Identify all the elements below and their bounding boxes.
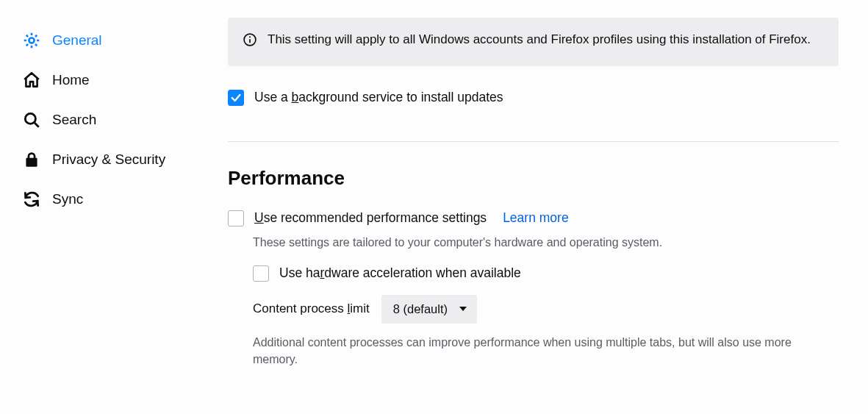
- section-divider: [228, 141, 839, 142]
- content-process-limit-label: Content process limit: [253, 301, 370, 316]
- sidebar-item-label: Home: [52, 72, 90, 88]
- sidebar-item-label: Search: [52, 112, 96, 128]
- svg-point-5: [249, 36, 251, 38]
- sidebar-item-general[interactable]: General: [13, 21, 193, 60]
- limit-caption: Additional content processes can improve…: [228, 334, 839, 368]
- option-recommended-settings[interactable]: Use recommended performance settings Lea…: [228, 210, 839, 226]
- settings-sidebar: General Home Search Privacy & Security: [0, 0, 206, 414]
- option-background-service[interactable]: Use a background service to install upda…: [228, 90, 839, 106]
- svg-point-0: [29, 38, 34, 43]
- option-label: Use a background service to install upda…: [254, 90, 503, 105]
- sidebar-item-label: Sync: [52, 191, 83, 207]
- learn-more-link[interactable]: Learn more: [503, 210, 569, 226]
- option-label: Use recommended performance settings: [254, 210, 487, 226]
- home-icon: [22, 71, 41, 90]
- performance-heading: Performance: [228, 167, 839, 190]
- checkbox-recommended[interactable]: [228, 210, 244, 226]
- sidebar-item-privacy[interactable]: Privacy & Security: [13, 140, 193, 179]
- info-banner: This setting will apply to all Windows a…: [228, 18, 839, 66]
- checkbox-background-service[interactable]: [228, 90, 244, 106]
- content-process-limit-select[interactable]: 8 (default): [381, 295, 477, 324]
- svg-line-2: [35, 123, 39, 127]
- settings-main: This setting will apply to all Windows a…: [206, 0, 868, 414]
- sidebar-item-sync[interactable]: Sync: [13, 179, 193, 219]
- option-label: Use hardware acceleration when available: [279, 265, 521, 281]
- sidebar-item-search[interactable]: Search: [13, 100, 193, 140]
- search-icon: [22, 110, 41, 129]
- option-hardware-acceleration[interactable]: Use hardware acceleration when available: [228, 265, 839, 282]
- gear-icon: [22, 31, 41, 50]
- checkbox-hardware-accel[interactable]: [253, 265, 269, 282]
- sidebar-item-label: Privacy & Security: [52, 151, 165, 168]
- content-process-limit-row: Content process limit 8 (default): [228, 295, 839, 324]
- sidebar-item-home[interactable]: Home: [13, 60, 193, 100]
- info-text: This setting will apply to all Windows a…: [268, 31, 811, 49]
- svg-point-1: [25, 113, 35, 124]
- recommended-caption: These settings are tailored to your comp…: [228, 234, 839, 251]
- sidebar-item-label: General: [52, 32, 102, 49]
- sync-icon: [22, 190, 41, 209]
- lock-icon: [22, 150, 41, 169]
- info-icon: [243, 32, 257, 53]
